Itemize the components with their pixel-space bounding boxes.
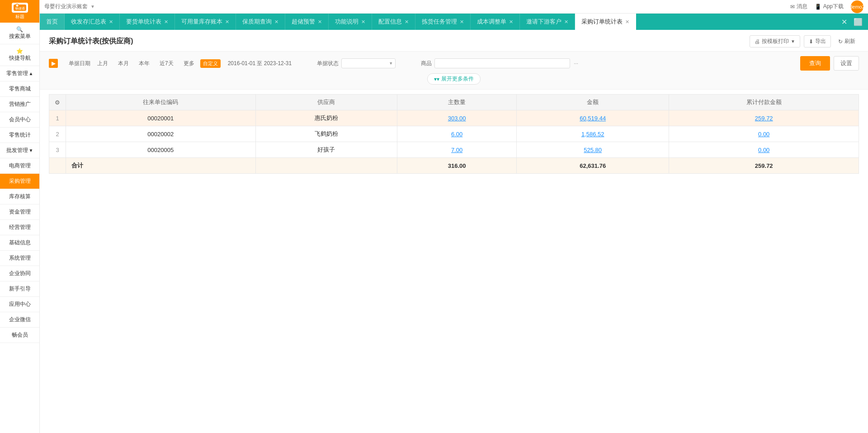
- sidebar: 畅捷通 标题 🔍 搜索菜单 ⭐ 快捷导航 零售管理 ▲ 零售商城 营销推广 会员…: [0, 0, 40, 433]
- expand-icon: ▾▾: [434, 76, 439, 82]
- sidebar-item-retail-mall[interactable]: 零售商城: [0, 81, 39, 97]
- export-btn[interactable]: ⬇ 导出: [804, 35, 831, 48]
- close-tab-icon[interactable]: ✕: [509, 19, 513, 25]
- logo-text: 标题: [15, 14, 24, 20]
- restore-tab-btn[interactable]: ⬜: [852, 17, 864, 27]
- tab-invite-downstream[interactable]: 邀请下游客户 ✕: [520, 14, 575, 30]
- row-supplier: 好孩子: [255, 142, 397, 158]
- table-area: ⚙ 往来单位编码 供应商 主数量 金额 累计付款金额 1 00020001 惠氏…: [40, 90, 868, 433]
- expand-filters-btn[interactable]: ▾▾ 展开更多条件: [427, 73, 481, 85]
- row-amount[interactable]: 1,586.52: [516, 126, 669, 142]
- tab-cost-adjust[interactable]: 成本调整单 ✕: [471, 14, 520, 30]
- row-qty[interactable]: 7.00: [397, 142, 517, 158]
- sidebar-item-member[interactable]: 会员中心: [0, 112, 39, 128]
- tab-pick-task[interactable]: 拣货任务管理 ✕: [415, 14, 471, 30]
- user-avatar[interactable]: demo2: [851, 0, 863, 13]
- sidebar-item-inventory[interactable]: 库存核算: [0, 189, 39, 205]
- row-amount[interactable]: 60,519.44: [516, 110, 669, 126]
- row-paid[interactable]: 0.00: [669, 126, 859, 142]
- close-tab-icon[interactable]: ✕: [564, 19, 568, 25]
- row-qty[interactable]: 6.00: [397, 126, 517, 142]
- toggle-filter-btn[interactable]: ▶: [49, 59, 58, 68]
- app-download-btn[interactable]: 📱 App下载: [815, 3, 844, 10]
- table-settings-col[interactable]: ⚙: [49, 95, 66, 110]
- tab-over-stock-warning[interactable]: 超储预警 ✕: [285, 14, 329, 30]
- sidebar-item-ecommerce[interactable]: 电商管理: [0, 158, 39, 174]
- col-qty: 主数量: [397, 95, 517, 110]
- topbar-right: ✉ 消息 📱 App下载 demo2: [790, 0, 863, 13]
- sidebar-item-basic-info[interactable]: 基础信息: [0, 235, 39, 251]
- print-btn[interactable]: 🖨 按模板打印 ▼: [750, 35, 800, 48]
- table-body: 1 00020001 惠氏奶粉 303.00 60,519.44 259.72 …: [49, 110, 859, 158]
- filter-area: ▶ 单据日期 上月 本月 本年 近7天 更多 自定义 2016-01-01 至 …: [40, 52, 868, 90]
- sidebar-item-enterprise[interactable]: 企业协同: [0, 266, 39, 281]
- goods-input[interactable]: [434, 58, 570, 68]
- row-paid[interactable]: 259.72: [669, 110, 859, 126]
- tabbar-actions: ✕ ⬜: [840, 17, 868, 27]
- page-title: 采购订单统计表(按供应商): [49, 37, 133, 46]
- sidebar-item-retail[interactable]: 零售管理 ▲: [0, 66, 39, 81]
- tab-expiry-query[interactable]: 保质期查询 ✕: [236, 14, 285, 30]
- close-active-tab-icon[interactable]: ✕: [625, 19, 629, 25]
- filter-status-item: 单据状态: [317, 58, 396, 68]
- close-tab-icon[interactable]: ✕: [361, 19, 365, 25]
- date-shortcut-last-month[interactable]: 上月: [93, 58, 112, 69]
- message-icon: ✉: [790, 4, 795, 10]
- sidebar-item-enterprise-wechat[interactable]: 企业微信: [0, 312, 39, 328]
- status-label: 单据状态: [317, 60, 339, 67]
- message-btn[interactable]: ✉ 消息: [790, 3, 807, 10]
- date-shortcut-this-month[interactable]: 本月: [114, 58, 133, 69]
- row-qty[interactable]: 303.00: [397, 110, 517, 126]
- close-tab-icon[interactable]: ✕: [405, 19, 409, 25]
- close-tab-icon[interactable]: ✕: [460, 19, 464, 25]
- date-custom-label[interactable]: 自定义: [200, 59, 221, 68]
- close-all-tabs-btn[interactable]: ✕: [840, 17, 849, 27]
- sidebar-item-member2[interactable]: 畅会员: [0, 328, 39, 343]
- workspace-selector[interactable]: 母婴行业演示账套 ▼: [44, 3, 95, 10]
- sidebar-item-system[interactable]: 系统管理: [0, 251, 39, 266]
- tab-available-stock[interactable]: 可用量库存账本 ✕: [175, 14, 236, 30]
- expand-arrow-icon: ▲: [29, 71, 33, 76]
- print-icon: 🖨: [755, 38, 760, 45]
- page-header-actions: 🖨 按模板打印 ▼ ⬇ 导出 ↻ 刷新: [750, 35, 859, 48]
- tab-function-desc[interactable]: 功能说明 ✕: [329, 14, 372, 30]
- date-shortcut-more[interactable]: 更多: [179, 58, 198, 69]
- date-shortcuts: 上月 本月 本年 近7天 更多 自定义: [93, 58, 221, 69]
- sidebar-item-wholesale[interactable]: 批发管理 ▼: [0, 143, 39, 158]
- tab-requisition-summary[interactable]: 要货单统计表 ✕: [120, 14, 175, 30]
- table-row: 3 00020005 好孩子 7.00 525.80 0.00: [49, 142, 859, 158]
- tab-receive-summary[interactable]: 收发存汇总表 ✕: [65, 14, 120, 30]
- close-tab-icon[interactable]: ✕: [318, 19, 322, 25]
- close-tab-icon[interactable]: ✕: [274, 19, 278, 25]
- date-label: 单据日期: [69, 60, 90, 67]
- query-btn[interactable]: 查询: [800, 56, 830, 71]
- date-shortcut-7days[interactable]: 近7天: [156, 58, 178, 69]
- row-supplier: 惠氏奶粉: [255, 110, 397, 126]
- tab-purchase-summary[interactable]: 采购订单统计表 ✕: [575, 14, 636, 30]
- goods-more-icon[interactable]: ···: [574, 60, 578, 67]
- date-shortcut-this-year[interactable]: 本年: [135, 58, 154, 69]
- refresh-btn[interactable]: ↻ 刷新: [835, 36, 859, 47]
- sidebar-item-app-center[interactable]: 应用中心: [0, 297, 39, 312]
- tab-home[interactable]: 首页: [40, 14, 65, 30]
- row-paid[interactable]: 0.00: [669, 142, 859, 158]
- row-code: 00020005: [66, 142, 256, 158]
- sidebar-search[interactable]: 🔍 搜索菜单: [0, 23, 39, 44]
- table-row: 2 00020002 飞鹤奶粉 6.00 1,586.52 0.00: [49, 126, 859, 142]
- close-tab-icon[interactable]: ✕: [164, 19, 168, 25]
- sidebar-item-purchase[interactable]: 采购管理: [0, 174, 39, 189]
- sidebar-item-finance[interactable]: 资金管理: [0, 205, 39, 220]
- row-amount[interactable]: 525.80: [516, 142, 669, 158]
- page-content: 采购订单统计表(按供应商) 🖨 按模板打印 ▼ ⬇ 导出 ↻ 刷新: [40, 30, 868, 433]
- filter-action-buttons: 查询 设置: [800, 56, 859, 71]
- close-tab-icon[interactable]: ✕: [109, 19, 113, 25]
- close-tab-icon[interactable]: ✕: [225, 19, 229, 25]
- setting-btn[interactable]: 设置: [834, 56, 859, 71]
- sidebar-item-new-guide[interactable]: 新手引导: [0, 281, 39, 297]
- status-select[interactable]: [341, 58, 396, 68]
- sidebar-item-marketing[interactable]: 营销推广: [0, 97, 39, 112]
- sidebar-item-operations[interactable]: 经营管理: [0, 220, 39, 235]
- sidebar-quick-nav[interactable]: ⭐ 快捷导航: [0, 44, 39, 66]
- sidebar-item-retail-stats[interactable]: 零售统计: [0, 128, 39, 143]
- tab-config-info[interactable]: 配置信息 ✕: [372, 14, 415, 30]
